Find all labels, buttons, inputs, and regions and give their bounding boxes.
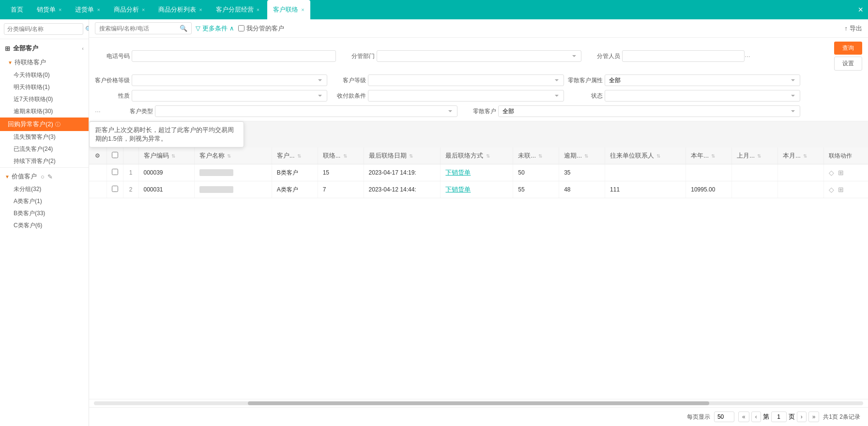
nav-item-customer-contact[interactable]: 客户联络 × bbox=[267, 0, 310, 19]
main-search-input[interactable] bbox=[99, 25, 178, 32]
name-col-header[interactable]: 客户名称 ⇅ bbox=[194, 147, 272, 164]
status-select[interactable] bbox=[605, 90, 800, 102]
horizontal-scrollbar[interactable] bbox=[94, 401, 863, 405]
more-action-icon-2[interactable]: ⊞ bbox=[838, 186, 844, 193]
contact-action-icon-2[interactable]: ◇ bbox=[829, 186, 834, 193]
edit2-icon[interactable]: ✎ bbox=[47, 173, 53, 180]
sidebar-declining[interactable]: 持续下滑客户(2) bbox=[0, 155, 89, 167]
last-method-link-2[interactable]: 下销货单 bbox=[445, 186, 471, 193]
payment-select[interactable] bbox=[368, 90, 563, 102]
table-row: 1 000039 B类客户 15 2023-04-17 14:19: 下销货单 … bbox=[89, 164, 868, 181]
this-year-col-header[interactable]: 本年... ⇅ bbox=[686, 147, 732, 164]
last-method-link-1[interactable]: 下销货单 bbox=[445, 169, 471, 176]
last-page-button[interactable]: » bbox=[808, 411, 820, 422]
sidebar-search-area: 🔍 bbox=[0, 19, 89, 39]
this-month-col-header[interactable]: 本月... ⇅ bbox=[778, 147, 824, 164]
close-analysis-icon[interactable]: × bbox=[142, 7, 145, 13]
window-close-button[interactable]: × bbox=[858, 5, 863, 15]
sidebar-ungrouped[interactable]: 未分组(32) bbox=[0, 183, 89, 195]
nature-select[interactable] bbox=[132, 90, 327, 102]
last-method-cell-1[interactable]: 下销货单 bbox=[441, 164, 513, 181]
close-purchase-icon[interactable]: × bbox=[97, 7, 100, 13]
prev-page-button[interactable]: ‹ bbox=[751, 411, 761, 422]
nav-item-analysis[interactable]: 商品分析 × bbox=[108, 0, 151, 19]
overdue-col-header[interactable]: 逾期... ⇅ bbox=[559, 147, 605, 164]
nav-item-customer-tier[interactable]: 客户分层经营 × bbox=[210, 0, 265, 19]
status-select-wrapper bbox=[605, 90, 800, 102]
filter-bar: 🔍 ▽ 更多条件 ∧ 我分管的客户 ↑ 导出 bbox=[89, 19, 868, 38]
sidebar-class-a[interactable]: A类客户(1) bbox=[0, 195, 89, 207]
sidebar-repurchase-abnormal[interactable]: 回购异常客户(2) ⓘ bbox=[0, 118, 89, 131]
more-action-icon-1[interactable]: ⊞ bbox=[838, 169, 844, 176]
close-customer-contact-icon[interactable]: × bbox=[301, 7, 304, 13]
customer-grade-select[interactable] bbox=[368, 74, 563, 86]
phone-label: 电话号码 bbox=[95, 52, 130, 60]
nav-home[interactable]: 首页 bbox=[5, 0, 29, 19]
uncontacted-col-header[interactable]: 未联... ⇅ bbox=[513, 147, 559, 164]
sidebar-lost[interactable]: 已流失客户(24) bbox=[0, 143, 89, 155]
sidebar-item-today[interactable]: 今天待联络(0) bbox=[0, 69, 89, 81]
select-all-checkbox[interactable] bbox=[112, 152, 118, 158]
unit-contact-col-header[interactable]: 往来单位联系人 ⇅ bbox=[605, 147, 686, 164]
data-table-area[interactable]: ⚙ 客户编码 ⇅ 客户名称 ⇅ bbox=[89, 147, 868, 399]
more-conditions-button[interactable]: ▽ 更多条件 ∧ bbox=[196, 24, 234, 33]
row2-checkbox[interactable] bbox=[112, 186, 118, 192]
sidebar-search-input[interactable] bbox=[4, 23, 83, 35]
scrollbar-thumb[interactable] bbox=[248, 401, 709, 405]
contact-action-icon-1[interactable]: ◇ bbox=[829, 169, 834, 176]
per-page-select[interactable]: 50 bbox=[714, 411, 734, 422]
edit-icon[interactable]: ○ bbox=[41, 173, 45, 180]
retail-attr-select[interactable]: 全部 bbox=[605, 74, 800, 86]
next-page-button[interactable]: › bbox=[797, 411, 807, 422]
sidebar-all-customers[interactable]: ⊞ 全部客户 ‹ bbox=[0, 41, 89, 56]
last-contact-date-col-header[interactable]: 最后联络日期 ⇅ bbox=[364, 147, 441, 164]
status-field: 状态 bbox=[568, 90, 800, 102]
my-customers-checkbox-area[interactable]: 我分管的客户 bbox=[238, 24, 284, 33]
sidebar-search-icon[interactable]: 🔍 bbox=[85, 26, 89, 33]
page-nav: « ‹ 第 页 › » bbox=[738, 411, 819, 422]
nav-item-purchase[interactable]: 进货单 × bbox=[69, 0, 106, 19]
sidebar-class-c[interactable]: C类客户(6) bbox=[0, 220, 89, 232]
close-analysis-list-icon[interactable]: × bbox=[199, 7, 202, 13]
contact-col-header[interactable]: 联络... ⇅ bbox=[318, 147, 364, 164]
sidebar-item-tomorrow[interactable]: 明天待联络(1) bbox=[0, 81, 89, 93]
sidebar-lost-warning[interactable]: 流失预警客户(3) bbox=[0, 131, 89, 143]
customer-grade-select-wrapper bbox=[368, 74, 563, 86]
category-col-header[interactable]: 客户... ⇅ bbox=[272, 147, 318, 164]
close-sales-icon[interactable]: × bbox=[59, 7, 61, 13]
code-col-header[interactable]: 客户编码 ⇅ bbox=[138, 147, 194, 164]
my-customers-checkbox[interactable] bbox=[238, 25, 244, 31]
action-icons-1: ◇ ⊞ bbox=[829, 169, 863, 176]
sidebar-item-overdue[interactable]: 逾期未联络(30) bbox=[0, 105, 89, 118]
nav-item-sales[interactable]: 销货单 × bbox=[31, 0, 67, 19]
sidebar-item-7days[interactable]: 近7天待联络(0) bbox=[0, 93, 89, 105]
last-month-col-header[interactable]: 上月... ⇅ bbox=[732, 147, 778, 164]
phone-input[interactable] bbox=[132, 50, 336, 62]
close-customer-tier-icon[interactable]: × bbox=[257, 7, 259, 13]
query-button[interactable]: 查询 bbox=[834, 42, 862, 55]
pending-contact-header[interactable]: ▼ 待联络客户 bbox=[0, 56, 89, 69]
last-contact-method-col-header[interactable]: 最后联络方式 ⇅ bbox=[441, 147, 513, 164]
last-date-cell-1: 2023-04-17 14:19: bbox=[364, 164, 441, 181]
row4-ellipsis-button[interactable]: ··· bbox=[95, 107, 101, 115]
row1-checkbox[interactable] bbox=[112, 169, 118, 175]
last-method-cell-2[interactable]: 下销货单 bbox=[441, 181, 513, 198]
manager-ellipsis-button[interactable]: ··· bbox=[745, 52, 750, 60]
main-search-icon[interactable]: 🔍 bbox=[180, 25, 187, 32]
dept-select[interactable] bbox=[377, 50, 581, 62]
customer-type-select[interactable] bbox=[155, 105, 457, 117]
contact-cell-1: 15 bbox=[318, 164, 364, 181]
page-number-input[interactable] bbox=[771, 411, 787, 422]
price-grade-select[interactable] bbox=[132, 74, 327, 86]
export-button[interactable]: ↑ 导出 bbox=[845, 24, 863, 33]
sidebar-class-b[interactable]: B类客户(33) bbox=[0, 207, 89, 220]
value-customers-header[interactable]: ▼ 价值客户 ○ ✎ bbox=[0, 170, 89, 183]
settings-button[interactable]: 设置 bbox=[834, 57, 862, 71]
code-cell-1: 000039 bbox=[138, 164, 194, 181]
manager-input[interactable] bbox=[622, 50, 745, 62]
settings-col-header[interactable]: ⚙ bbox=[89, 147, 107, 164]
retail-customer-select[interactable]: 全部 bbox=[498, 105, 801, 117]
nav-item-analysis-list[interactable]: 商品分析列表 × bbox=[152, 0, 208, 19]
tooltip-popup: 距客户上次交易时长，超过了此客户的平均交易周期的1.5倍，则视为异常。 bbox=[89, 121, 244, 147]
first-page-button[interactable]: « bbox=[738, 411, 749, 422]
